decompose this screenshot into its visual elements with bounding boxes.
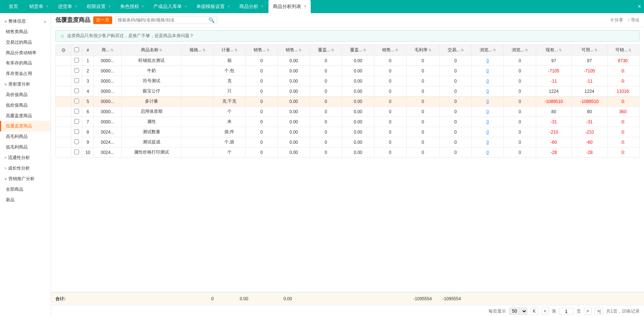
prev-page-button[interactable]: <	[541, 308, 549, 315]
row-checkbox[interactable]	[71, 107, 82, 117]
row-browse1[interactable]: 0	[472, 117, 504, 127]
search-icon[interactable]: 🔍	[208, 17, 215, 23]
nav-tab-role[interactable]: 角色授权 ×	[116, 0, 149, 13]
sidebar-item-high-profit[interactable]: 高毛利商品	[0, 131, 51, 142]
check-col-header[interactable]	[71, 45, 82, 56]
sidebar-section-category[interactable]: ∨ 类射度分析	[0, 79, 51, 90]
current-stock-col-header[interactable]: 现有...⇅	[536, 45, 572, 56]
close-icon[interactable]: ×	[46, 0, 48, 13]
table-container[interactable]: ⚙ # 商...⇅ 商品名称⇅ 规格...⇅ 计量...⇅ 销售...⇅ 销售.…	[51, 44, 644, 292]
browse-link[interactable]: 0	[486, 68, 489, 74]
sidebar-item-high-value[interactable]: 高价值商品	[0, 90, 51, 100]
row-browse1[interactable]: 0	[472, 66, 504, 76]
last-page-button[interactable]: >|	[594, 308, 603, 315]
select-all-checkbox[interactable]	[74, 47, 79, 52]
row-browse1[interactable]: 0	[472, 56, 504, 66]
next-page-button[interactable]: >	[584, 308, 592, 315]
browse-link[interactable]: 0	[486, 89, 489, 94]
sidebar-item-sales-goods[interactable]: 销售类商品	[0, 27, 51, 37]
row-browse1[interactable]: 0	[472, 76, 504, 86]
row-browse1[interactable]: 0	[472, 147, 504, 158]
sidebar-item-high-coverage[interactable]: 高覆盖度商品	[0, 111, 51, 121]
row-settings[interactable]	[56, 76, 71, 86]
row-checkbox[interactable]	[71, 147, 82, 158]
sidebar-item-low-profit[interactable]: 低毛利商品	[0, 142, 51, 152]
row-checkbox[interactable]	[71, 76, 82, 86]
browse2-col-header[interactable]: 浏览...⇅	[504, 45, 536, 56]
row-checkbox[interactable]	[71, 56, 82, 66]
name-col-header[interactable]: 商品名称⇅	[122, 45, 181, 56]
available-col-header[interactable]: 可用...⇅	[572, 45, 607, 56]
sidebar-item-stock-capital[interactable]: 库存资金占用	[0, 68, 51, 79]
sidebar-item-low-coverage[interactable]: 低覆盖度商品	[0, 121, 51, 131]
close-icon[interactable]: ×	[185, 0, 187, 13]
sidebar-item-stock-goods[interactable]: 有库存的商品	[0, 58, 51, 68]
trade-col-header[interactable]: 交易...⇅	[439, 45, 471, 56]
nav-tab-sales[interactable]: 销货单 ×	[25, 0, 53, 13]
row-browse1[interactable]: 0	[472, 107, 504, 117]
settings-icon[interactable]: ⚙	[61, 47, 66, 53]
row-browse1[interactable]: 0	[472, 96, 504, 107]
sales-amt-col-header[interactable]: 销售...⇅	[278, 45, 310, 56]
row-checkbox[interactable]	[71, 117, 82, 127]
code-col-header[interactable]: 商...⇅	[93, 45, 122, 56]
close-icon[interactable]: ×	[261, 0, 263, 13]
row-browse1[interactable]: 0	[472, 137, 504, 147]
row-checkbox[interactable]	[71, 66, 82, 76]
sellable-col-header[interactable]: 可销...⇅	[607, 45, 639, 56]
sidebar-section-overall[interactable]: ∨ 整体信息 «	[0, 16, 51, 27]
sidebar-item-all-goods[interactable]: 全部商品	[0, 184, 51, 195]
sales-qty-col-header[interactable]: 销售...⇅	[246, 45, 278, 56]
time-filter-button[interactable]: 近一月	[93, 16, 112, 24]
browse-link[interactable]: 0	[486, 99, 489, 104]
search-input[interactable]	[118, 17, 207, 23]
row-settings[interactable]	[56, 56, 71, 66]
nav-tab-template[interactable]: 单据模板设置 ×	[192, 0, 234, 13]
sidebar-section-growth[interactable]: > 成长性分析	[0, 163, 51, 174]
coverage2-col-header[interactable]: 覆盖...⇅	[342, 45, 374, 56]
browse-link[interactable]: 0	[486, 150, 489, 155]
first-page-button[interactable]: K	[530, 308, 538, 315]
sidebar-item-new-goods[interactable]: 新品	[0, 195, 51, 205]
row-settings[interactable]	[56, 127, 71, 137]
row-settings[interactable]	[56, 66, 71, 76]
browse-link[interactable]: 0	[486, 79, 489, 84]
coverage1-col-header[interactable]: 覆盖...⇅	[310, 45, 342, 56]
nav-tab-finished[interactable]: 产成品入库单 ×	[149, 0, 191, 13]
sidebar-item-traded-goods[interactable]: 交易过的商品	[0, 37, 51, 48]
row-settings[interactable]	[56, 96, 71, 107]
sidebar-section-liquidity[interactable]: > 流通性分析	[0, 152, 51, 163]
close-icon[interactable]: ×	[109, 0, 111, 13]
browse1-col-header[interactable]: 浏览...⇅	[472, 45, 504, 56]
page-size-select[interactable]: 50 100 200	[509, 308, 527, 315]
export-button[interactable]: ↑ 导出	[628, 17, 640, 23]
page-number-input[interactable]	[559, 308, 574, 315]
nav-tab-purchase[interactable]: 进货单 ×	[54, 0, 82, 13]
gross-rate-col-header[interactable]: 毛利率⇅	[406, 45, 439, 56]
sidebar-section-marketing[interactable]: ∨ 营销推广分析	[0, 174, 51, 184]
close-icon[interactable]: ×	[142, 0, 144, 13]
browse-link[interactable]: 0	[486, 130, 489, 135]
row-browse1[interactable]: 0	[472, 127, 504, 137]
sidebar-item-category-rate[interactable]: 商品分类动销率	[0, 48, 51, 58]
nav-tab-home[interactable]: 首页	[3, 0, 24, 13]
browse-link[interactable]: 0	[486, 58, 489, 63]
share-button[interactable]: ⎘ 分享	[611, 17, 623, 23]
close-icon[interactable]: ×	[304, 0, 306, 13]
browse-link[interactable]: 0	[486, 140, 489, 145]
row-settings[interactable]	[56, 137, 71, 147]
row-settings[interactable]	[56, 147, 71, 158]
row-browse1[interactable]: 0	[472, 86, 504, 96]
nav-tab-analysis[interactable]: 商品分析 ×	[235, 0, 268, 13]
nav-tab-analysis-list[interactable]: 商品分析列表 ×	[268, 0, 311, 13]
spec-col-header[interactable]: 规格...⇅	[181, 45, 213, 56]
row-settings[interactable]	[56, 86, 71, 96]
unit-col-header[interactable]: 计量...⇅	[213, 45, 246, 56]
close-all-button[interactable]: ×	[638, 3, 641, 10]
row-settings[interactable]	[56, 117, 71, 127]
row-checkbox[interactable]	[71, 96, 82, 107]
sales-x-col-header[interactable]: 销售...⇅	[374, 45, 406, 56]
browse-link[interactable]: 0	[486, 119, 489, 124]
row-settings[interactable]	[56, 107, 71, 117]
nav-tab-permission[interactable]: 权限设置 ×	[82, 0, 115, 13]
